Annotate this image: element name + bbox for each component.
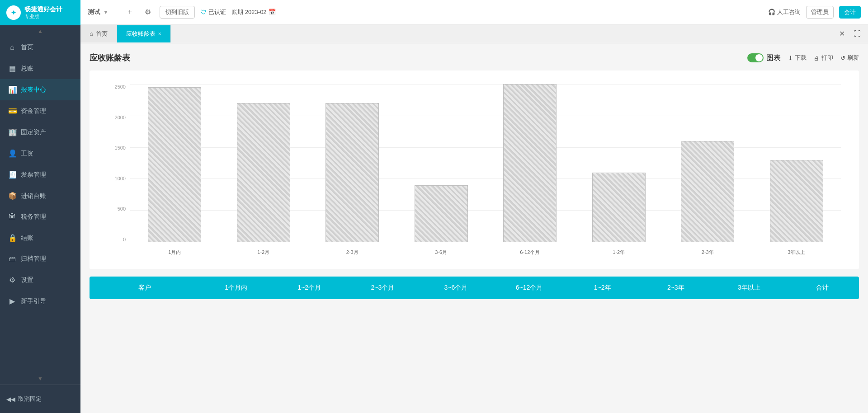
cancel-fixed-icon: ◀◀ [6, 396, 15, 403]
cancel-fixed-btn[interactable]: ◀◀ 取消固定 [0, 390, 80, 408]
bar-5 [592, 173, 646, 242]
settings-topbar-btn[interactable]: ⚙ [142, 6, 154, 19]
tab-home-label: 首页 [96, 30, 108, 38]
x-label-0: 1月内 [130, 249, 219, 256]
sidebar-item-label: 发票管理 [21, 171, 46, 179]
assets-icon: 🏢 [8, 128, 16, 136]
guide-icon: ▶ [8, 297, 16, 305]
tab-home-icon: ⌂ [90, 30, 93, 37]
reports-icon: 📊 [8, 85, 16, 94]
tab-home[interactable]: ⌂ 首页 [80, 25, 117, 42]
x-labels: 1月内1-2月2-3月3-6月6-12个月1-2年2-3年3年以上 [130, 249, 841, 256]
manager-btn[interactable]: 管理员 [806, 6, 834, 19]
y-label-2500: 2500 [108, 84, 126, 89]
table-header-2: 1~2个月 [273, 284, 346, 292]
sidebar-item-settings[interactable]: ⚙ 设置 [0, 269, 80, 291]
home-icon: ⌂ [8, 43, 16, 52]
refresh-btn[interactable]: ↺ 刷新 [840, 54, 859, 62]
y-label-2000: 2000 [108, 115, 126, 120]
bar-group-2 [308, 84, 397, 242]
accountant-btn[interactable]: 会计 [839, 6, 861, 19]
sidebar-item-reports[interactable]: 📊 报表中心 [0, 79, 80, 100]
x-label-5: 1-2年 [575, 249, 664, 256]
consult-label: 人工咨询 [777, 8, 801, 16]
logo-name: 畅捷通好会计 [24, 5, 62, 13]
download-btn[interactable]: ⬇ 下载 [788, 54, 807, 62]
sidebar-item-home[interactable]: ⌂ 首页 [0, 37, 80, 58]
sidebar-item-general-ledger[interactable]: ▦ 总账 [0, 58, 80, 79]
tabbar-right: ✕ ⛶ [835, 28, 868, 40]
tab-close-btn[interactable]: × [158, 31, 161, 37]
bar-7 [770, 160, 823, 242]
sidebar-item-archive[interactable]: 🗃 归档管理 [0, 249, 80, 269]
sidebar-item-tax[interactable]: 🏛 税务管理 [0, 206, 80, 227]
bar-4 [503, 84, 557, 242]
sidebar-logo: ✦ 畅捷通好会计 专业版 [0, 0, 80, 25]
print-btn[interactable]: 🖨 打印 [814, 54, 833, 62]
consult-btn[interactable]: 🎧 人工咨询 [768, 8, 801, 16]
tab-expand-btn[interactable]: ⛶ [851, 28, 863, 40]
bar-2 [326, 103, 379, 242]
table-header-3: 2~3个月 [346, 284, 419, 292]
purchase-icon: 📦 [8, 192, 16, 200]
scroll-up-arrow[interactable]: ▲ [0, 25, 80, 37]
sidebar-item-invoice[interactable]: 🧾 发票管理 [0, 164, 80, 185]
sidebar-item-label: 进销台账 [21, 192, 46, 200]
x-label-3: 3-6月 [397, 249, 486, 256]
sidebar-item-label: 工资 [21, 150, 33, 158]
bar-group-0 [130, 84, 219, 242]
sidebar-item-fixed-assets[interactable]: 🏢 固定资产 [0, 122, 80, 143]
period-value: 2023-02 [245, 9, 267, 15]
chart-toggle-label: 图表 [766, 53, 781, 63]
archive-icon: 🗃 [8, 255, 16, 263]
logo-icon: ✦ [6, 5, 21, 20]
tab-receivable-aging[interactable]: 应收账龄表 × [117, 25, 171, 42]
sidebar-item-label: 资金管理 [21, 107, 46, 115]
sidebar-item-label: 税务管理 [21, 213, 46, 221]
chart-toggle[interactable] [747, 53, 764, 62]
sidebar-item-purchase-sales[interactable]: 📦 进销台账 [0, 185, 80, 206]
company-selector[interactable]: 测试 ▼ [88, 8, 108, 16]
bar-group-4 [486, 84, 575, 242]
switch-old-version-btn[interactable]: 切到旧版 [160, 6, 195, 19]
table-header-4: 3~6个月 [419, 284, 492, 292]
sidebar-item-fund-mgmt[interactable]: 💳 资金管理 [0, 100, 80, 122]
y-label-0: 0 [108, 237, 126, 242]
table-header-5: 6~12个月 [493, 284, 566, 292]
table-container: 客户1个月内1~2个月2~3个月3~6个月6~12个月1~2年2~3年3年以上合… [90, 277, 859, 299]
company-chevron-icon: ▼ [103, 9, 108, 15]
chart-container: 0 500 1000 1500 2000 2500 [90, 70, 859, 269]
y-label-1000: 1000 [108, 176, 126, 181]
bar-group-5 [575, 84, 664, 242]
certified-icon: 🛡 [200, 9, 207, 16]
table-header-8: 3年以上 [712, 284, 786, 292]
topbar-divider-1 [116, 8, 116, 17]
x-label-7: 3年以上 [752, 249, 841, 256]
cancel-fixed-label: 取消固定 [18, 395, 42, 403]
table-header-7: 2~3年 [639, 284, 712, 292]
settings-icon: ⚙ [8, 276, 16, 284]
closing-icon: 🔒 [8, 234, 16, 242]
invoice-icon: 🧾 [8, 170, 16, 179]
sidebar-item-guide[interactable]: ▶ 新手引导 [0, 291, 80, 312]
bar-6 [681, 141, 734, 242]
bar-group-7 [752, 84, 841, 242]
sidebar-item-label: 总账 [21, 65, 33, 73]
sidebar-item-payroll[interactable]: 👤 工资 [0, 143, 80, 164]
content-area: 应收账龄表 图表 ⬇ 下载 🖨 打印 ↺ 刷新 [80, 43, 868, 413]
topbar: 测试 ▼ ＋ ⚙ 切到旧版 🛡 已认证 账期 2023-02 📅 🎧 人工咨询 … [80, 0, 868, 24]
sidebar-item-label: 设置 [21, 276, 33, 284]
sidebar-item-closing[interactable]: 🔒 结账 [0, 227, 80, 249]
tax-icon: 🏛 [8, 213, 16, 221]
scroll-down-arrow[interactable]: ▼ [0, 373, 80, 385]
table-header-6: 1~2年 [566, 284, 639, 292]
certified-status: 🛡 已认证 [200, 8, 226, 16]
tab-close-panel-btn[interactable]: ✕ [835, 28, 848, 40]
calendar-icon[interactable]: 📅 [269, 9, 276, 15]
bar-1 [237, 103, 290, 242]
chart-y-axis: 0 500 1000 1500 2000 2500 [108, 84, 126, 256]
report-header: 应收账龄表 图表 ⬇ 下载 🖨 打印 ↺ 刷新 [90, 52, 859, 63]
bar-0 [148, 87, 201, 242]
add-btn[interactable]: ＋ [123, 6, 136, 19]
logo-subtitle: 专业版 [24, 13, 62, 20]
